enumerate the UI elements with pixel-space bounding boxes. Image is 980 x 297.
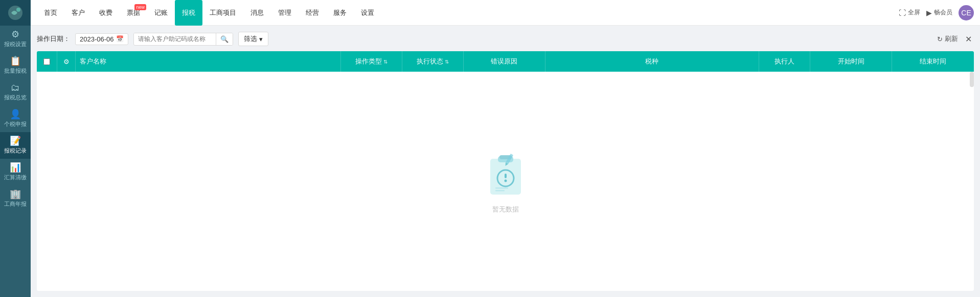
refresh-icon: ↻: [937, 35, 943, 43]
search-box: 🔍: [133, 33, 233, 46]
sidebar-item-label: 报税总览: [4, 94, 27, 101]
svg-point-7: [504, 180, 507, 182]
table-body: 暂无数据: [37, 72, 974, 291]
invoice-badge: new: [134, 4, 146, 11]
th-end-time: 结束时间: [892, 51, 974, 72]
date-picker[interactable]: 2023-06-06 📅: [75, 33, 128, 45]
sidebar-item-label: 报税设置: [4, 40, 27, 48]
nav-item-settings[interactable]: 设置: [354, 0, 381, 26]
th-checkbox[interactable]: [37, 51, 57, 72]
scrollbar[interactable]: [970, 72, 974, 87]
tax-settings-icon: ⚙: [11, 30, 19, 39]
nav-item-business[interactable]: 工商项目: [202, 0, 243, 26]
top-navigation: 首页 客户 收费 票据 new 记账 报税 工商项目 消息 管理 经营: [31, 0, 980, 26]
calendar-icon: 📅: [116, 35, 124, 43]
sidebar-item-annual-report[interactable]: 🏢 工商年报: [0, 185, 31, 212]
sidebar-item-label: 工商年报: [4, 200, 27, 208]
annual-report-icon: 🏢: [10, 189, 21, 199]
gear-icon: ⚙: [63, 58, 70, 66]
select-all-checkbox[interactable]: [43, 58, 50, 65]
empty-text: 暂无数据: [492, 205, 519, 214]
member-btn[interactable]: ▶ 畅会员: [926, 8, 952, 17]
nav-item-home[interactable]: 首页: [37, 0, 64, 26]
th-op-type: 操作类型 ⇅: [341, 51, 402, 72]
svg-point-1: [16, 8, 20, 12]
th-tax-type: 税种: [545, 51, 759, 72]
th-name: 客户名称: [76, 51, 341, 72]
sidebar-item-label: 报税记录: [4, 147, 27, 155]
sort-icon-op-type[interactable]: ⇅: [383, 59, 388, 65]
main-area: 首页 客户 收费 票据 new 记账 报税 工商项目 消息 管理 经营: [31, 0, 980, 297]
empty-state: 暂无数据: [472, 138, 539, 224]
sort-icon-exec-status[interactable]: ⇅: [445, 59, 449, 65]
svg-rect-10: [495, 187, 508, 189]
svg-rect-11: [495, 190, 505, 192]
sidebar-item-tax-settings[interactable]: ⚙ 报税设置: [0, 26, 31, 52]
close-button[interactable]: ✕: [963, 33, 974, 45]
sidebar-item-tax-records[interactable]: 📝 报税记录: [0, 132, 31, 159]
sidebar-item-batch-tax[interactable]: 📋 批量报税: [0, 52, 31, 79]
nav-item-service[interactable]: 服务: [326, 0, 354, 26]
sidebar-item-tax-overview[interactable]: 🗂 报税总览: [0, 79, 31, 105]
date-value: 2023-06-06: [80, 35, 114, 43]
fullscreen-icon: ⛶: [899, 9, 906, 17]
play-icon: ▶: [926, 9, 932, 17]
filter-button[interactable]: 筛选 ▾: [238, 32, 268, 46]
empty-illustration: [483, 148, 529, 200]
content-area: 操作日期： 2023-06-06 📅 🔍 筛选 ▾ ↻: [31, 26, 980, 297]
batch-tax-icon: 📋: [10, 56, 21, 66]
refresh-button[interactable]: ↻ 刷新: [937, 34, 958, 44]
sidebar-item-label: 汇算清缴: [4, 174, 27, 181]
th-gear[interactable]: ⚙: [57, 51, 76, 72]
user-avatar[interactable]: CE: [959, 5, 974, 20]
sidebar-item-personal-tax[interactable]: 👤 个税申报: [0, 105, 31, 132]
nav-item-message[interactable]: 消息: [243, 0, 271, 26]
th-exec-status: 执行状态 ⇅: [402, 51, 464, 72]
nav-item-tax[interactable]: 报税: [175, 0, 202, 26]
settlement-icon: 📊: [10, 163, 21, 172]
sidebar: ⚙ 报税设置 📋 批量报税 🗂 报税总览 👤 个税申报 📝 报税记录 📊 汇算清…: [0, 0, 31, 297]
tax-records-icon: 📝: [10, 136, 21, 145]
th-error-reason: 错误原因: [464, 51, 545, 72]
tax-overview-icon: 🗂: [11, 83, 20, 92]
search-button[interactable]: 🔍: [216, 33, 233, 45]
nav-item-manage[interactable]: 管理: [271, 0, 299, 26]
search-input[interactable]: [134, 33, 216, 45]
nav-item-billing[interactable]: 收费: [92, 0, 120, 26]
app-logo: [0, 0, 31, 26]
nav-item-account[interactable]: 记账: [147, 0, 175, 26]
fullscreen-btn[interactable]: ⛶ 全屏: [899, 8, 920, 17]
th-start-time: 开始时间: [810, 51, 892, 72]
sidebar-item-label: 批量报税: [4, 67, 27, 75]
svg-rect-6: [505, 174, 507, 178]
search-icon: 🔍: [220, 35, 229, 43]
page-content: 操作日期： 2023-06-06 📅 🔍 筛选 ▾ ↻: [31, 26, 980, 297]
filter-bar: 操作日期： 2023-06-06 📅 🔍 筛选 ▾ ↻: [37, 32, 974, 46]
sidebar-item-settlement[interactable]: 📊 汇算清缴: [0, 159, 31, 185]
sidebar-item-label: 个税申报: [4, 120, 27, 128]
personal-tax-icon: 👤: [10, 110, 21, 119]
th-executor: 执行人: [759, 51, 810, 72]
nav-item-customer[interactable]: 客户: [64, 0, 92, 26]
chevron-down-icon: ▾: [259, 35, 263, 43]
table-header: ⚙ 客户名称 操作类型 ⇅ 执行状态 ⇅ 错误原因: [37, 51, 974, 72]
date-label: 操作日期：: [37, 34, 70, 44]
filter-label-text: 筛选: [244, 34, 257, 44]
topnav-right: ⛶ 全屏 ▶ 畅会员 CE: [899, 5, 974, 20]
nav-item-invoice[interactable]: 票据 new: [120, 0, 147, 26]
table-container: ⚙ 客户名称 操作类型 ⇅ 执行状态 ⇅ 错误原因: [37, 51, 974, 291]
nav-item-operate[interactable]: 经营: [299, 0, 326, 26]
